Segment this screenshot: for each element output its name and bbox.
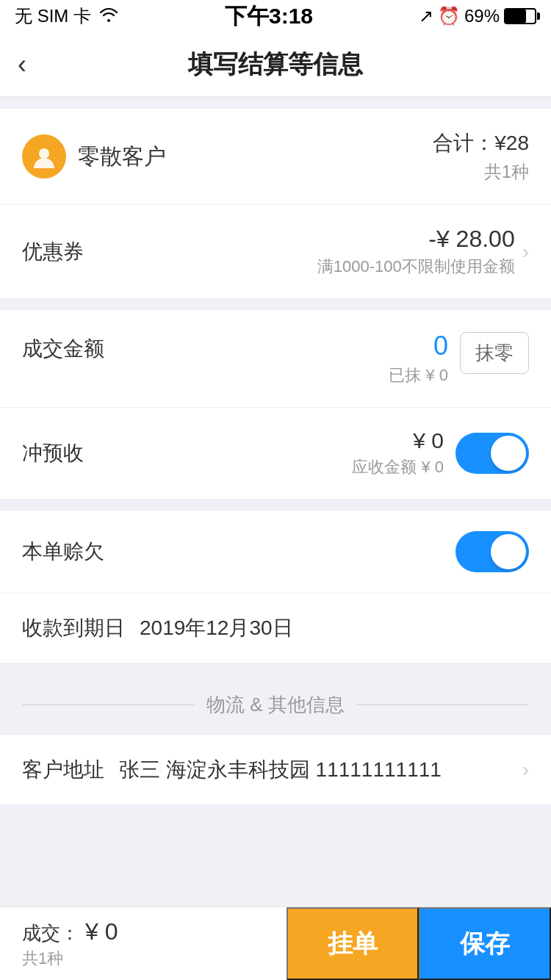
customer-total: 合计：¥28 xyxy=(433,129,529,157)
address-label: 客户地址 xyxy=(22,756,104,784)
prepay-amounts: ¥ 0 应收金额 ¥ 0 xyxy=(352,428,444,478)
customer-right: 合计：¥28 共1种 xyxy=(433,129,529,184)
coupon-row[interactable]: 优惠券 -¥ 28.00 满1000-100不限制使用金额 › xyxy=(0,204,551,298)
status-right: ↗ ⏰ 69% xyxy=(419,6,536,26)
coupon-label: 优惠券 xyxy=(22,238,84,266)
battery-percent: 69% xyxy=(464,6,500,26)
logistics-label: 物流 & 其他信息 xyxy=(206,692,345,718)
divider-line-left xyxy=(22,705,195,705)
nav-bar: ‹ 填写结算等信息 xyxy=(0,32,551,97)
credit-label: 本单赊欠 xyxy=(22,538,104,566)
due-row: 收款到期日 2019年12月30日 xyxy=(0,593,551,663)
prepay-row: 冲预收 ¥ 0 应收金额 ¥ 0 xyxy=(0,407,551,499)
credit-row: 本单赊欠 xyxy=(0,511,551,593)
chevron-right-icon: › xyxy=(522,240,529,264)
customer-card: 零散客户 合计：¥28 共1种 优惠券 -¥ 28.00 满1000-100不限… xyxy=(0,109,551,298)
bottom-summary: 成交： ¥ 0 共1种 xyxy=(0,918,287,970)
hold-button[interactable]: 挂单 xyxy=(287,907,419,980)
coupon-right: -¥ 28.00 满1000-100不限制使用金额 › xyxy=(317,226,529,278)
transaction-card: 成交金额 0 已抹 ¥ 0 抹零 冲预收 ¥ 0 应收金额 ¥ 0 xyxy=(0,310,551,499)
battery-icon xyxy=(504,8,536,24)
coupon-value: -¥ 28.00 满1000-100不限制使用金额 xyxy=(317,226,515,278)
status-time: 下午3:18 xyxy=(225,1,313,32)
status-bar: 无 SIM 卡 下午3:18 ↗ ⏰ 69% xyxy=(0,0,551,32)
due-date: 2019年12月30日 xyxy=(140,614,293,642)
transaction-amount-block: 0 已抹 ¥ 0 xyxy=(389,331,448,386)
prepay-toggle[interactable] xyxy=(455,433,529,474)
wifi-icon xyxy=(98,6,119,26)
coupon-desc: 满1000-100不限制使用金额 xyxy=(317,256,515,278)
bottom-bar: 成交： ¥ 0 共1种 挂单 保存 xyxy=(0,907,551,980)
svg-point-0 xyxy=(39,148,49,159)
address-value: 张三 海淀永丰科技园 11111111111 xyxy=(119,756,522,784)
transaction-right: 0 已抹 ¥ 0 抹零 xyxy=(389,331,529,386)
customer-avatar xyxy=(22,134,66,179)
status-left: 无 SIM 卡 xyxy=(15,4,119,28)
due-label: 收款到期日 xyxy=(22,614,125,642)
location-icon: ↗ xyxy=(419,6,433,26)
transaction-label: 成交金额 xyxy=(22,331,104,363)
toggle-knob xyxy=(491,436,526,471)
page-title: 填写结算等信息 xyxy=(188,48,363,82)
round-button[interactable]: 抹零 xyxy=(460,332,529,374)
customer-count: 共1种 xyxy=(433,160,529,184)
credit-toggle[interactable] xyxy=(455,531,529,572)
prepay-main: ¥ 0 xyxy=(352,428,444,453)
customer-left: 零散客户 xyxy=(22,134,166,179)
back-button[interactable]: ‹ xyxy=(18,49,26,80)
coupon-discount: -¥ 28.00 xyxy=(317,226,515,253)
bottom-count: 共1种 xyxy=(22,948,264,970)
transaction-amount: 0 xyxy=(389,331,448,361)
bottom-transaction-amount: ¥ 0 xyxy=(85,918,118,945)
address-row[interactable]: 客户地址 张三 海淀永丰科技园 11111111111 › xyxy=(0,735,551,804)
logistics-divider: 物流 & 其他信息 xyxy=(0,674,551,735)
prepay-label: 冲预收 xyxy=(22,439,84,467)
bottom-transaction: 成交： ¥ 0 xyxy=(22,918,264,946)
address-chevron-icon: › xyxy=(522,758,529,782)
no-sim-text: 无 SIM 卡 xyxy=(15,4,91,28)
bottom-transaction-label: 成交： xyxy=(22,920,79,946)
divider-line-right xyxy=(356,705,529,705)
transaction-row: 成交金额 0 已抹 ¥ 0 抹零 xyxy=(0,310,551,407)
prepay-right: ¥ 0 应收金额 ¥ 0 xyxy=(352,428,529,478)
transaction-deducted: 已抹 ¥ 0 xyxy=(389,364,448,386)
customer-row: 零散客户 合计：¥28 共1种 xyxy=(0,109,551,204)
address-card: 客户地址 张三 海淀永丰科技园 11111111111 › xyxy=(0,735,551,804)
alarm-icon: ⏰ xyxy=(438,6,460,26)
credit-card: 本单赊欠 收款到期日 2019年12月30日 xyxy=(0,511,551,663)
content: 零散客户 合计：¥28 共1种 优惠券 -¥ 28.00 满1000-100不限… xyxy=(0,109,551,904)
prepay-sub: 应收金额 ¥ 0 xyxy=(352,456,444,478)
credit-toggle-knob xyxy=(491,534,526,569)
save-button[interactable]: 保存 xyxy=(419,907,551,980)
customer-name: 零散客户 xyxy=(78,142,166,172)
